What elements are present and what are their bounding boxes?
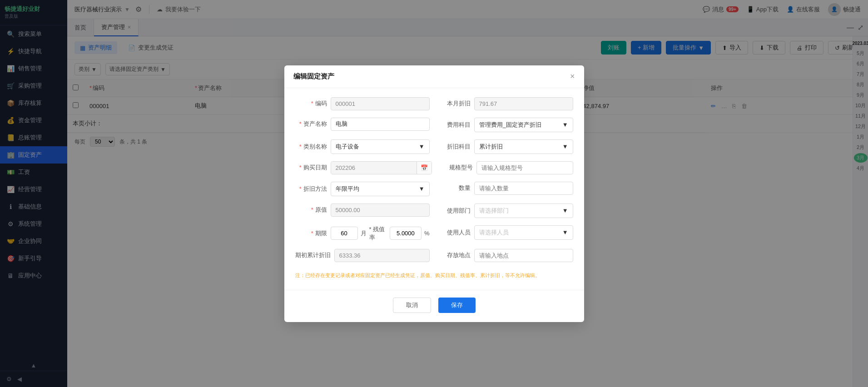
cancel-button[interactable]: 取消 — [393, 298, 431, 313]
user-chevron-icon: ▼ — [562, 229, 568, 236]
modal-body: 编码 本月折旧 资产名称 费用科目 管理费用_固定资产折旧 — [284, 88, 584, 288]
field-asset-name: 资产名称 — [295, 118, 430, 131]
category-value: 电子设备 — [336, 143, 359, 151]
modal-header: 编辑固定资产 × — [284, 65, 584, 88]
quantity-input[interactable] — [474, 182, 573, 195]
dep-method-value: 年限平均 — [336, 185, 359, 193]
code-input[interactable] — [331, 97, 430, 110]
spec-label: 规格型号 — [441, 164, 473, 172]
field-dep-method: 折旧方法 年限平均 ▼ — [295, 182, 430, 196]
field-expense-account: 费用科目 管理费用_固定资产折旧 ▼ — [439, 118, 573, 132]
user-select[interactable]: 请选择人员 ▼ — [474, 225, 573, 240]
expense-account-select[interactable]: 管理费用_固定资产折旧 ▼ — [474, 118, 573, 132]
category-chevron-icon: ▼ — [419, 143, 425, 150]
save-label: 保存 — [451, 302, 463, 308]
residual-rate-input[interactable] — [390, 227, 422, 240]
asset-name-label: 资产名称 — [295, 120, 327, 128]
location-input[interactable] — [474, 249, 573, 262]
save-button[interactable]: 保存 — [438, 298, 476, 313]
field-quantity: 数量 — [439, 182, 573, 195]
user-placeholder: 请选择人员 — [479, 228, 509, 237]
asset-name-input[interactable] — [331, 118, 430, 131]
initial-dep-label: 期初累计折旧 — [295, 251, 331, 259]
field-original-value: 原值 — [295, 203, 430, 217]
dep-account-label: 折旧科目 — [439, 143, 471, 151]
dep-method-chevron-icon: ▼ — [419, 185, 425, 192]
dep-account-value: 累计折旧 — [479, 143, 503, 151]
purchase-date-label: 购买日期 — [295, 164, 327, 172]
modal-overlay: 编辑固定资产 × 编码 本月折旧 资产名称 — [0, 0, 868, 387]
dep-method-select[interactable]: 年限平均 ▼ — [331, 182, 430, 196]
field-initial-depreciation: 期初累计折旧 — [295, 249, 430, 262]
modal-footer: 取消 保存 — [284, 290, 584, 322]
period-row: 月 * 残值率 % — [331, 225, 430, 242]
expense-account-label: 费用科目 — [439, 121, 471, 129]
field-code: 编码 — [295, 97, 430, 110]
original-value-input[interactable] — [331, 203, 430, 217]
original-value-label: 原值 — [295, 206, 327, 214]
location-label: 存放地点 — [439, 251, 471, 259]
residual-rate-label: * 残值率 — [369, 225, 387, 242]
modal-row-5: 折旧方法 年限平均 ▼ 数量 — [295, 182, 573, 196]
calendar-icon[interactable]: 📅 — [417, 162, 432, 174]
modal-close-button[interactable]: × — [570, 72, 575, 81]
field-department: 使用部门 请选择部门 ▼ — [439, 203, 573, 218]
note-text: 注：已经存在变更记录或者对应固定资产已经生成凭证，原值、购买日期、残值率、累计折… — [295, 273, 540, 278]
modal-row-7: 期限 月 * 残值率 % 使用人员 请选择人员 ▼ — [295, 225, 573, 242]
field-period: 期限 月 * 残值率 % — [295, 225, 430, 242]
field-monthly-depreciation: 本月折旧 — [439, 97, 573, 110]
category-select[interactable]: 电子设备 ▼ — [331, 139, 430, 154]
field-category: 类别名称 电子设备 ▼ — [295, 139, 430, 154]
field-spec: 规格型号 — [441, 161, 573, 174]
department-label: 使用部门 — [439, 207, 471, 215]
department-placeholder: 请选择部门 — [479, 207, 509, 215]
initial-dep-input[interactable] — [334, 249, 430, 262]
field-location: 存放地点 — [439, 249, 573, 262]
modal-row-8: 期初累计折旧 存放地点 — [295, 249, 573, 262]
user-label: 使用人员 — [439, 228, 471, 237]
code-label: 编码 — [295, 99, 327, 108]
monthly-dep-label: 本月折旧 — [439, 99, 471, 108]
period-input[interactable] — [331, 227, 358, 240]
expense-account-value: 管理费用_固定资产折旧 — [479, 121, 541, 129]
dep-method-label: 折旧方法 — [295, 185, 327, 193]
cancel-label: 取消 — [406, 302, 418, 308]
department-select[interactable]: 请选择部门 ▼ — [474, 203, 573, 218]
field-user: 使用人员 请选择人员 ▼ — [439, 225, 573, 240]
field-depreciation-account: 折旧科目 累计折旧 ▼ — [439, 139, 573, 154]
dep-account-chevron-icon: ▼ — [562, 143, 568, 150]
modal-row-2: 资产名称 费用科目 管理费用_固定资产折旧 ▼ — [295, 118, 573, 132]
expense-chevron-icon: ▼ — [562, 121, 568, 128]
modal-row-1: 编码 本月折旧 — [295, 97, 573, 110]
quantity-label: 数量 — [439, 184, 471, 192]
category-name-label: 类别名称 — [295, 143, 327, 151]
field-purchase-date: 购买日期 📅 — [295, 161, 432, 174]
modal-row-4: 购买日期 📅 规格型号 — [295, 161, 573, 174]
spec-input[interactable] — [476, 161, 573, 174]
purchase-date-input[interactable] — [331, 162, 417, 174]
modal-note: 注：已经存在变更记录或者对应固定资产已经生成凭证，原值、购买日期、残值率、累计折… — [295, 269, 573, 279]
monthly-dep-input — [474, 97, 573, 110]
modal-row-6: 原值 使用部门 请选择部门 ▼ — [295, 203, 573, 218]
period-label: 期限 — [295, 229, 327, 238]
edit-asset-modal: 编辑固定资产 × 编码 本月折旧 资产名称 — [284, 65, 584, 322]
modal-row-3: 类别名称 电子设备 ▼ 折旧科目 累计折旧 ▼ — [295, 139, 573, 154]
department-chevron-icon: ▼ — [562, 207, 568, 214]
period-unit: 月 — [361, 229, 367, 238]
purchase-date-input-wrap: 📅 — [331, 161, 432, 174]
dep-account-select[interactable]: 累计折旧 ▼ — [474, 139, 573, 154]
residual-rate-unit: % — [424, 230, 430, 237]
modal-title: 编辑固定资产 — [293, 72, 334, 81]
